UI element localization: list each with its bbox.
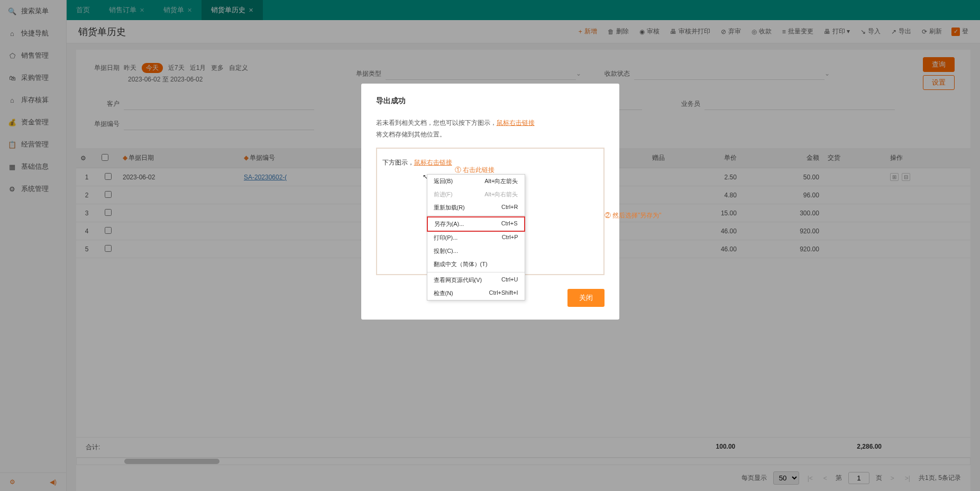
ctx-item: 检查(N)Ctrl+Shift+I [427,287,525,300]
modal-text: 若未看到相关文档，您也可以按下方图示，鼠标右击链接 将文档存储到其他位置。 [376,117,605,140]
right-click-link[interactable]: 鼠标右击链接 [497,119,535,126]
modal-overlay: 导出成功 若未看到相关文档，您也可以按下方图示，鼠标右击链接 将文档存储到其他位… [0,0,980,491]
modal-close-button[interactable]: 关闭 [567,289,605,307]
modal-title: 导出成功 [376,96,605,106]
context-menu-illustration: 返回(B)Alt+向左箭头前进(F)Alt+向右箭头重新加载(R)Ctrl+R另… [427,174,525,301]
ctx-item: 打印(P)...Ctrl+P [427,231,525,244]
ctx-item: 返回(B)Alt+向左箭头 [427,175,525,188]
annotation-1: ① 右击此链接 [455,166,494,175]
modal-instruction-image: 下方图示，鼠标右击链接 ↖ ① 右击此链接 返回(B)Alt+向左箭头前进(F)… [376,148,605,275]
annotation-2: ② 然后选择"另存为" [605,211,662,220]
ctx-item: 重新加载(R)Ctrl+R [427,201,525,214]
ctx-item: 翻成中文（简体）(T) [427,258,525,271]
ctx-item: 查看网页源代码(V)Ctrl+U [427,274,525,287]
ctx-item: 另存为(A)...Ctrl+S [427,216,525,232]
export-success-modal: 导出成功 若未看到相关文档，您也可以按下方图示，鼠标右击链接 将文档存储到其他位… [361,84,619,320]
ctx-item: 前进(F)Alt+向右箭头 [427,188,525,201]
ctx-item: 投射(C)... [427,244,525,258]
